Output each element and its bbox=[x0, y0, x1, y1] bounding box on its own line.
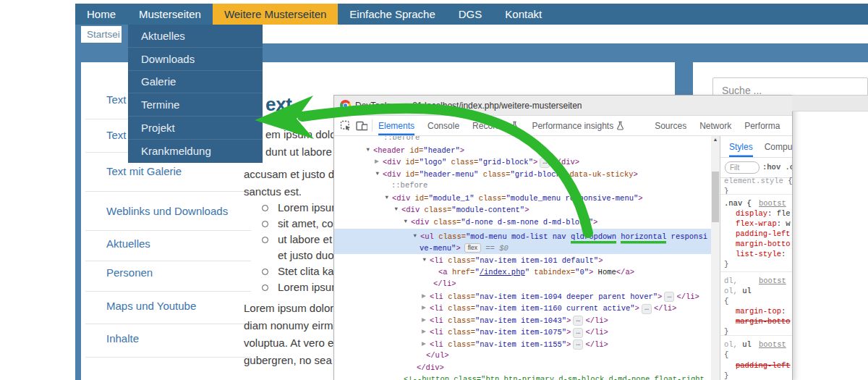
sidebar-item-text[interactable]: Text bbox=[106, 129, 127, 141]
expand-arrow-icon[interactable]: ▶ bbox=[422, 302, 430, 314]
dom-tree-row[interactable]: ::before bbox=[391, 180, 427, 192]
expand-arrow-icon[interactable]: ▶ bbox=[375, 156, 383, 168]
collapse-arrow-icon[interactable]: ▼ bbox=[412, 230, 420, 242]
collapse-arrow-icon[interactable]: ▼ bbox=[365, 144, 373, 156]
css-rule-line[interactable]: list-style: bbox=[736, 249, 786, 259]
scrollbar-thumb[interactable] bbox=[712, 172, 719, 222]
dom-tree-row[interactable]: ▼<div id="module_1" class="module_menu r… bbox=[384, 192, 643, 204]
dom-tree-row[interactable]: ▶<li class="nav-item item-1155">…</li> bbox=[422, 338, 608, 350]
css-rule-line[interactable]: .nav {bootst bbox=[724, 198, 752, 208]
devtools-tab-recorder[interactable]: Recorder bbox=[472, 116, 519, 135]
dom-tree-row[interactable]: <!--button class="btn btn-primary d-sm-b… bbox=[404, 373, 705, 380]
nav-item-einfache-sprache[interactable]: Einfache Sprache bbox=[338, 4, 446, 25]
css-rule-line[interactable]: margin-botto bbox=[736, 239, 791, 249]
dom-tree-row[interactable]: ::before bbox=[383, 136, 420, 144]
css-rule-line[interactable]: margin-botto bbox=[736, 316, 791, 326]
dom-tree-row[interactable]: </ul> bbox=[426, 350, 449, 362]
inspect-element-icon[interactable] bbox=[340, 120, 352, 132]
pseudo-class-toggles[interactable]: :hov .c bbox=[762, 163, 792, 172]
devtools-tab-console[interactable]: Console bbox=[427, 116, 459, 135]
dropdown-item-downloads[interactable]: Downloads bbox=[128, 48, 263, 71]
devtools-tab-network[interactable]: Network bbox=[699, 116, 731, 135]
collapsed-content-icon[interactable]: … bbox=[664, 292, 674, 302]
dom-tree-row[interactable]: ▶<li class="nav-item item-1075">…</li> bbox=[422, 326, 608, 338]
sidebar-item-maps-und-youtube[interactable]: Maps und Youtube bbox=[106, 300, 196, 312]
expand-arrow-icon[interactable]: ▶ bbox=[422, 314, 430, 326]
dom-tree-row[interactable]: ▶<li class="nav-item item-1094 deeper pa… bbox=[422, 290, 699, 303]
dropdown-item-aktuelles[interactable]: Aktuelles bbox=[128, 25, 263, 48]
breadcrumb[interactable]: Startsei bbox=[81, 26, 122, 43]
scroll-up-icon[interactable]: ▲ bbox=[711, 137, 720, 142]
css-rule-line[interactable]: margin-top: bbox=[736, 306, 786, 316]
devtools-tab-performa[interactable]: Performa bbox=[744, 116, 780, 135]
sidebar-item-aktuelles[interactable]: Aktuelles bbox=[106, 237, 150, 250]
collapse-arrow-icon[interactable]: ▼ bbox=[393, 203, 401, 216]
dom-tree-row[interactable]: ▼<li class="nav-item item-101 default"> bbox=[422, 254, 603, 266]
stylesheet-source-link[interactable]: bootst bbox=[759, 198, 786, 208]
flex-badge[interactable]: flex bbox=[464, 243, 481, 253]
css-rule-line[interactable]: ol, ul bbox=[724, 286, 752, 296]
css-rule-line[interactable]: display: fle bbox=[736, 208, 791, 219]
css-rule-line[interactable]: element.style { bbox=[724, 176, 792, 186]
dom-tree-row[interactable]: ▼<div class="module-content"> bbox=[393, 203, 529, 216]
dropdown-item-krankmeldung[interactable]: Krankmeldung bbox=[128, 140, 263, 163]
sidebar-item-personen[interactable]: Personen bbox=[106, 266, 153, 279]
devtools-tab-performance-insights[interactable]: Performance insights bbox=[532, 116, 624, 135]
devtools-tab-elements[interactable]: Elements bbox=[378, 116, 414, 135]
device-toolbar-icon[interactable] bbox=[356, 120, 367, 132]
expand-arrow-icon[interactable]: ▶ bbox=[422, 326, 430, 338]
collapse-arrow-icon[interactable]: ▼ bbox=[422, 254, 430, 266]
css-rule-line[interactable]: { bbox=[724, 296, 728, 306]
dropdown-item-galerie[interactable]: Galerie bbox=[128, 71, 263, 94]
nav-item-dgs[interactable]: DGS bbox=[447, 4, 494, 25]
collapsed-content-icon[interactable]: … bbox=[642, 304, 652, 314]
expand-arrow-icon[interactable]: ▶ bbox=[422, 290, 430, 303]
css-rule-line[interactable]: flex-wrap: w bbox=[736, 219, 791, 229]
expand-arrow-icon[interactable]: ▶ bbox=[422, 338, 430, 350]
dom-tree-row[interactable]: ▶<div id="logo" class="grid-block">…</di… bbox=[375, 156, 579, 168]
stylesheet-source-link[interactable]: bootst bbox=[759, 339, 786, 350]
collapse-arrow-icon[interactable]: ▼ bbox=[384, 192, 392, 204]
dom-tree-row[interactable]: ▼<div class="d-none d-sm-none d-md-block… bbox=[403, 216, 597, 228]
sidebar-item-weblinks-und-downloads[interactable]: Weblinks und Downloads bbox=[106, 205, 228, 217]
css-rule-line[interactable]: dl,bootst bbox=[724, 276, 738, 286]
sidebar-item-inhalte[interactable]: Inhalte bbox=[106, 332, 139, 345]
css-rule-line[interactable]: { bbox=[724, 350, 728, 360]
collapse-arrow-icon[interactable]: ▼ bbox=[375, 168, 383, 180]
dom-tree-row[interactable]: ▼<div id="header-menu" class="grid-block… bbox=[375, 168, 638, 180]
tab-styles[interactable]: Styles bbox=[729, 136, 753, 157]
css-rule-line[interactable]: padding-left bbox=[736, 360, 791, 371]
nav-item-weitere-musterseiten[interactable]: Weitere Musterseiten bbox=[213, 4, 338, 25]
code-segment: <div bbox=[383, 169, 401, 178]
collapsed-content-icon[interactable]: … bbox=[540, 158, 550, 168]
dom-tree-row[interactable]: </li> bbox=[433, 278, 456, 290]
sidebar-item-text[interactable]: Text bbox=[106, 93, 127, 106]
collapsed-content-icon[interactable]: … bbox=[573, 316, 583, 326]
dom-tree-row[interactable]: ve-menu">flex == $0 bbox=[420, 242, 509, 255]
dom-tree-row[interactable]: </div> bbox=[417, 362, 444, 374]
css-rule-line[interactable]: } bbox=[724, 371, 728, 380]
dom-tree-row[interactable]: <a href="/index.php" tabindex="0"> Home<… bbox=[438, 266, 634, 279]
tab-computed[interactable]: Comput bbox=[765, 136, 792, 157]
elements-scrollbar[interactable]: ▲ bbox=[711, 136, 720, 380]
collapsed-content-icon[interactable]: … bbox=[573, 339, 583, 350]
nav-item-home[interactable]: Home bbox=[75, 4, 127, 25]
css-rule-line[interactable]: ol, ulbootst bbox=[724, 339, 752, 350]
sidebar-item-text-mit-galerie[interactable]: Text mit Galerie bbox=[106, 165, 182, 177]
collapse-arrow-icon[interactable]: ▼ bbox=[403, 216, 411, 228]
nav-item-musterseiten[interactable]: Musterseiten bbox=[127, 4, 213, 25]
stylesheet-source-link[interactable]: bootst bbox=[759, 276, 786, 286]
styles-filter-input[interactable]: Filt bbox=[725, 161, 760, 174]
devtools-tab-sources[interactable]: Sources bbox=[655, 116, 686, 135]
css-rule-line[interactable]: padding-left bbox=[736, 229, 791, 239]
dom-tree-row[interactable]: ▼<ul class="mod-menu mod-list nav qldrop… bbox=[412, 230, 707, 242]
dropdown-item-termine[interactable]: Termine bbox=[128, 93, 263, 117]
css-rule-line[interactable]: } bbox=[724, 259, 728, 269]
dropdown-item-projekt[interactable]: Projekt bbox=[128, 117, 263, 140]
dom-tree-row[interactable]: ▶<li class="nav-item item-1043">…</li> bbox=[422, 314, 608, 326]
nav-item-kontakt[interactable]: Kontakt bbox=[493, 4, 553, 25]
collapsed-content-icon[interactable]: … bbox=[573, 328, 583, 338]
dom-tree-row[interactable]: ▶<li class="nav-item item-1160 current a… bbox=[422, 302, 676, 314]
dom-tree-row[interactable]: ▼<header id="header"> bbox=[365, 144, 464, 156]
devtools-titlebar[interactable]: DevTools - asg81.localhost/index.php/wei… bbox=[334, 96, 792, 116]
